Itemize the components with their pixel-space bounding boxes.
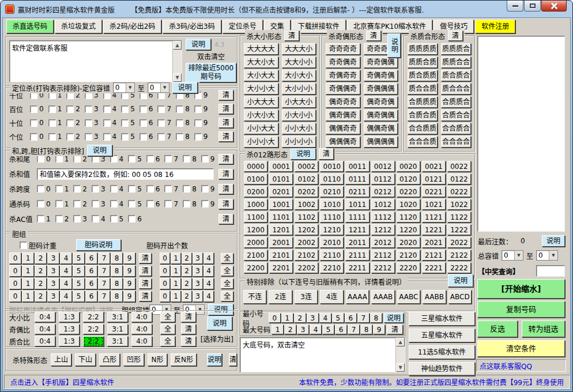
big-small-pattern-clear-button[interactable]: 清	[284, 31, 299, 41]
tens-digit-checkbox[interactable]: 8	[176, 119, 190, 127]
other-software-button[interactable]: 神仙趋势软件	[409, 362, 475, 376]
max-number-button[interactable]: 3	[297, 325, 309, 334]
odd-even-pattern-button[interactable]: 偶偶奇偶	[364, 123, 398, 134]
special-exclude-help-button[interactable]: 说明	[448, 274, 473, 287]
checkbox[interactable]	[121, 119, 129, 127]
road-012-button[interactable]: 1101	[269, 212, 293, 223]
dan-count-button[interactable]: 4	[203, 278, 214, 289]
road-012-button[interactable]: 0222	[447, 186, 471, 197]
road-012-button[interactable]: 2101	[269, 250, 293, 261]
checkbox[interactable]	[164, 155, 172, 163]
tens-digit-checkbox[interactable]: 5	[121, 119, 135, 127]
big-small-pattern-button[interactable]: 小大小小	[282, 110, 316, 121]
checkbox[interactable]	[85, 133, 92, 141]
checkbox[interactable]	[103, 119, 111, 127]
number-pool-textarea[interactable]: 大底号码，双击清空	[240, 338, 395, 372]
checkbox[interactable]	[103, 105, 111, 113]
dan-digit-button[interactable]: 2	[35, 291, 47, 302]
road-012-button[interactable]: 1220	[397, 224, 420, 235]
special-exclude-button[interactable]: ABCD	[448, 290, 472, 304]
road-012-button[interactable]: 2112	[371, 250, 395, 261]
road-012-button[interactable]: 1202	[295, 224, 318, 235]
notes-scrollbar[interactable]	[172, 41, 182, 82]
checkbox[interactable]	[164, 200, 172, 208]
checkbox[interactable]	[30, 119, 37, 127]
prime-composite-pattern-button[interactable]: 质质合合	[441, 56, 471, 68]
checkbox[interactable]	[55, 215, 63, 223]
big-small-ratio-button[interactable]: 2:2	[83, 312, 104, 322]
hundreds-digit-checkbox[interactable]: 9	[194, 105, 208, 113]
dan-count-button[interactable]: 4	[203, 252, 214, 264]
special-exclude-button[interactable]: AAAA	[346, 290, 369, 304]
max-number-button[interactable]: 5	[322, 325, 334, 334]
odd-even-pattern-button[interactable]: 偶偶偶奇	[326, 136, 360, 148]
prime-composite-ratio-button[interactable]: 4:0	[131, 336, 152, 346]
tens-digit-checkbox[interactable]: 9	[194, 119, 208, 127]
checkbox[interactable]	[110, 200, 118, 208]
road-012-button[interactable]: 2200	[244, 262, 267, 273]
checkbox[interactable]	[92, 215, 99, 223]
big-small-pattern-button[interactable]: 小小大大	[244, 123, 278, 134]
min-number-button[interactable]: 4	[319, 313, 331, 323]
checkbox[interactable]	[201, 185, 209, 193]
checkbox[interactable]	[128, 215, 135, 223]
hundreds-digit-checkbox[interactable]: 7	[157, 105, 171, 113]
position-kill-help-button[interactable]: 说明	[172, 82, 198, 93]
special-shape-button[interactable]: N形	[148, 353, 167, 366]
tens-digit-checkbox[interactable]: 7	[157, 119, 171, 127]
road-012-button[interactable]: 2121	[422, 250, 446, 261]
units-clear-button[interactable]: 清	[218, 131, 233, 142]
road-012-button[interactable]: 2110	[320, 250, 344, 261]
ac-value-checkbox[interactable]: 6	[128, 215, 142, 223]
big-small-pattern-button[interactable]: 大小小大	[244, 83, 278, 95]
scroll-up-icon[interactable]	[396, 338, 405, 346]
dan-digit-button[interactable]: 3	[47, 278, 59, 289]
dan-digit-button[interactable]: 3	[47, 265, 59, 277]
prime-composite-pattern-button[interactable]: 合质合合	[441, 110, 471, 121]
road-012-button[interactable]: 2111	[345, 250, 369, 261]
dan-help-button[interactable]: 胆码说明	[76, 239, 121, 251]
dan-digit-button[interactable]: 2	[35, 265, 47, 277]
prime-composite-clear-button[interactable]: 清	[181, 336, 196, 346]
chevron-down-icon[interactable]	[126, 83, 134, 92]
dan-digit-button[interactable]: 7	[98, 252, 110, 264]
hundreds-digit-checkbox[interactable]: 2	[66, 105, 80, 113]
dan-digit-button[interactable]: 5	[73, 252, 85, 264]
road-012-button[interactable]: 1210	[320, 224, 344, 235]
position-tolerance-from-select[interactable]: 0	[113, 82, 135, 93]
road-012-button[interactable]: 0220	[397, 186, 420, 197]
all-code-checkbox[interactable]: 4	[110, 200, 124, 208]
max-number-button[interactable]: 9	[373, 325, 385, 334]
checkbox[interactable]	[128, 185, 135, 193]
dan-digit-button[interactable]: 9	[123, 252, 135, 264]
hundreds-digit-checkbox[interactable]: 6	[140, 105, 153, 113]
prime-composite-pattern-button[interactable]: 合质质合	[441, 96, 471, 108]
road-012-button[interactable]: 1200	[244, 224, 267, 235]
prime-composite-pattern-button[interactable]: 质质质合	[441, 43, 471, 55]
road-012-button[interactable]: 0020	[397, 161, 420, 172]
tens-clear-button[interactable]: 清	[218, 118, 233, 128]
road-012-button[interactable]: 1201	[269, 224, 293, 235]
checkbox[interactable]	[140, 119, 147, 127]
units-digit-checkbox[interactable]: 4	[103, 133, 117, 141]
dan-count-button[interactable]: 3	[193, 252, 203, 264]
sum-span-help-button[interactable]: 说明	[87, 145, 112, 156]
span-checkbox[interactable]: 8	[183, 185, 197, 193]
tens-digit-checkbox[interactable]: 4	[103, 119, 117, 127]
dan-row-1-clear-button[interactable]: 清	[139, 253, 152, 263]
dan-count-button[interactable]: 1	[171, 252, 181, 264]
special-shape-button[interactable]: 下山	[75, 353, 96, 366]
road-012-button[interactable]: 2221	[422, 262, 446, 273]
dan-digit-button[interactable]: 1	[22, 291, 34, 302]
dan-weight-checkbox[interactable]: 胆码计重	[20, 240, 56, 250]
checkbox[interactable]	[164, 185, 172, 193]
road-012-button[interactable]: 0201	[269, 186, 293, 197]
min-max-help-button[interactable]: 说明	[384, 313, 404, 323]
ratio-help-button[interactable]: 说明	[207, 316, 232, 330]
road-012-button[interactable]: 0121	[422, 174, 446, 184]
prime-composite-pattern-button[interactable]: 质合合质	[408, 83, 438, 95]
road-012-button[interactable]: 0111	[345, 174, 369, 184]
dan-digit-button[interactable]: 2	[35, 252, 47, 264]
ac-value-checkbox[interactable]: 4	[92, 215, 105, 223]
all-code-checkbox[interactable]: 0	[37, 200, 51, 208]
